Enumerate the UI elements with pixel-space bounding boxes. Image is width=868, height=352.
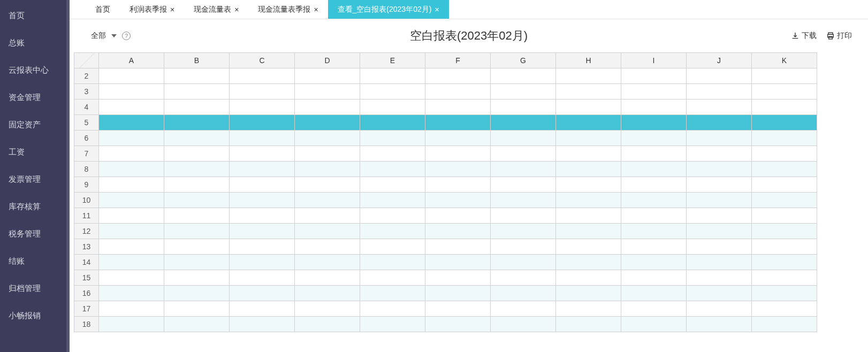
cell-J9[interactable] bbox=[687, 177, 752, 193]
cell-I8[interactable] bbox=[621, 162, 687, 177]
cell-G3[interactable] bbox=[491, 84, 556, 100]
cell-F7[interactable] bbox=[425, 146, 491, 162]
cell-E16[interactable] bbox=[360, 286, 425, 301]
cell-J14[interactable] bbox=[687, 255, 752, 270]
cell-K9[interactable] bbox=[752, 177, 817, 193]
cell-K18[interactable] bbox=[752, 317, 817, 332]
cell-G17[interactable] bbox=[491, 301, 556, 317]
tab-2[interactable]: 现金流量表× bbox=[184, 0, 248, 19]
row-header-8[interactable]: 8 bbox=[74, 162, 99, 177]
cell-J8[interactable] bbox=[687, 162, 752, 177]
cell-K6[interactable] bbox=[752, 131, 817, 146]
cell-G4[interactable] bbox=[491, 100, 556, 115]
cell-A14[interactable] bbox=[99, 255, 164, 270]
cell-D15[interactable] bbox=[295, 270, 360, 286]
cell-J2[interactable] bbox=[687, 68, 752, 84]
close-icon[interactable]: × bbox=[234, 6, 239, 13]
cell-E17[interactable] bbox=[360, 301, 425, 317]
cell-J5[interactable] bbox=[687, 115, 752, 131]
cell-K16[interactable] bbox=[752, 286, 817, 301]
cell-B11[interactable] bbox=[164, 208, 230, 224]
cell-B12[interactable] bbox=[164, 224, 230, 239]
cell-F5[interactable] bbox=[425, 115, 491, 131]
cell-B16[interactable] bbox=[164, 286, 230, 301]
cell-G2[interactable] bbox=[491, 68, 556, 84]
cell-D11[interactable] bbox=[295, 208, 360, 224]
filter-dropdown[interactable]: 全部 ? bbox=[91, 31, 131, 41]
cell-E18[interactable] bbox=[360, 317, 425, 332]
cell-A13[interactable] bbox=[99, 239, 164, 255]
sidebar-item-expense[interactable]: 小畅报销 bbox=[0, 302, 70, 330]
cell-D16[interactable] bbox=[295, 286, 360, 301]
cell-I11[interactable] bbox=[621, 208, 687, 224]
cell-B14[interactable] bbox=[164, 255, 230, 270]
cell-D3[interactable] bbox=[295, 84, 360, 100]
cell-C12[interactable] bbox=[230, 224, 295, 239]
cell-K17[interactable] bbox=[752, 301, 817, 317]
column-header-K[interactable]: K bbox=[752, 53, 817, 68]
row-header-2[interactable]: 2 bbox=[74, 68, 99, 84]
cell-D17[interactable] bbox=[295, 301, 360, 317]
cell-B10[interactable] bbox=[164, 193, 230, 208]
cell-F18[interactable] bbox=[425, 317, 491, 332]
cell-D6[interactable] bbox=[295, 131, 360, 146]
cell-B4[interactable] bbox=[164, 100, 230, 115]
row-header-6[interactable]: 6 bbox=[74, 131, 99, 146]
cell-A11[interactable] bbox=[99, 208, 164, 224]
sidebar-item-report-center[interactable]: 云报表中心 bbox=[0, 57, 70, 84]
cell-F13[interactable] bbox=[425, 239, 491, 255]
cell-K11[interactable] bbox=[752, 208, 817, 224]
cell-I2[interactable] bbox=[621, 68, 687, 84]
cell-F11[interactable] bbox=[425, 208, 491, 224]
row-header-14[interactable]: 14 bbox=[74, 255, 99, 270]
cell-H6[interactable] bbox=[556, 131, 621, 146]
cell-H12[interactable] bbox=[556, 224, 621, 239]
tab-1[interactable]: 利润表季报× bbox=[120, 0, 184, 19]
column-header-H[interactable]: H bbox=[556, 53, 621, 68]
cell-F16[interactable] bbox=[425, 286, 491, 301]
cell-E13[interactable] bbox=[360, 239, 425, 255]
cell-G16[interactable] bbox=[491, 286, 556, 301]
cell-B15[interactable] bbox=[164, 270, 230, 286]
cell-B9[interactable] bbox=[164, 177, 230, 193]
sidebar-item-fixed-assets[interactable]: 固定资产 bbox=[0, 111, 70, 139]
cell-A16[interactable] bbox=[99, 286, 164, 301]
close-icon[interactable]: × bbox=[170, 6, 174, 13]
cell-F6[interactable] bbox=[425, 131, 491, 146]
cell-J13[interactable] bbox=[687, 239, 752, 255]
cell-J7[interactable] bbox=[687, 146, 752, 162]
cell-F9[interactable] bbox=[425, 177, 491, 193]
sidebar-item-salary[interactable]: 工资 bbox=[0, 139, 70, 166]
cell-J6[interactable] bbox=[687, 131, 752, 146]
cell-G13[interactable] bbox=[491, 239, 556, 255]
close-icon[interactable]: × bbox=[314, 6, 318, 13]
cell-H3[interactable] bbox=[556, 84, 621, 100]
row-header-17[interactable]: 17 bbox=[74, 301, 99, 317]
cell-I6[interactable] bbox=[621, 131, 687, 146]
cell-A12[interactable] bbox=[99, 224, 164, 239]
row-header-10[interactable]: 10 bbox=[74, 193, 99, 208]
tab-0[interactable]: 首页 bbox=[86, 0, 120, 19]
cell-E5[interactable] bbox=[360, 115, 425, 131]
cell-J4[interactable] bbox=[687, 100, 752, 115]
cell-E7[interactable] bbox=[360, 146, 425, 162]
cell-E15[interactable] bbox=[360, 270, 425, 286]
cell-K7[interactable] bbox=[752, 146, 817, 162]
cell-B7[interactable] bbox=[164, 146, 230, 162]
cell-H13[interactable] bbox=[556, 239, 621, 255]
row-header-7[interactable]: 7 bbox=[74, 146, 99, 162]
cell-H7[interactable] bbox=[556, 146, 621, 162]
cell-E12[interactable] bbox=[360, 224, 425, 239]
cell-K3[interactable] bbox=[752, 84, 817, 100]
tab-4[interactable]: 查看_空白报表(2023年02月)× bbox=[328, 0, 449, 19]
cell-K14[interactable] bbox=[752, 255, 817, 270]
cell-I9[interactable] bbox=[621, 177, 687, 193]
cell-D2[interactable] bbox=[295, 68, 360, 84]
cell-I15[interactable] bbox=[621, 270, 687, 286]
cell-E14[interactable] bbox=[360, 255, 425, 270]
cell-H18[interactable] bbox=[556, 317, 621, 332]
cell-J17[interactable] bbox=[687, 301, 752, 317]
cell-D18[interactable] bbox=[295, 317, 360, 332]
cell-I17[interactable] bbox=[621, 301, 687, 317]
cell-C4[interactable] bbox=[230, 100, 295, 115]
